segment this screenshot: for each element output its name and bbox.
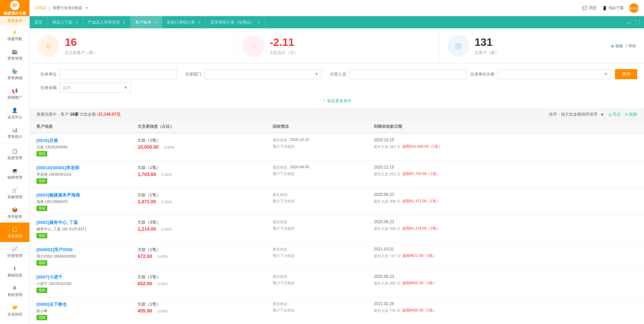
overdue-link-2[interactable]: 超期¥1,471.00（1笔） [402,199,440,204]
sidebar-item-marketing[interactable]: 📢 营销推广 [0,84,29,104]
customer-info-3: [0002]服务中心_丁磊 服务中心_丁磊 181 0125 8371 现销 [36,219,138,238]
table-row: [0002]服务中心_丁磊 服务中心_丁磊 181 0125 8371 现销 欠… [30,215,644,243]
department-select[interactable]: ▼ [204,69,322,79]
search-button[interactable]: 查询 [615,69,637,79]
sort-caret-icon: ▼ [600,112,604,117]
table-area: 客户信息 欠交易信息（占比） 回收情况 到期未收款日期 [0016]吕俊 吕俊 … [30,120,644,324]
message-btn[interactable]: 💬 消息 [582,5,597,11]
department-label: 分管部门 [181,71,201,77]
video-btn[interactable]: ▶ 视频 [612,43,623,49]
overdue-link-3[interactable]: 超期¥1,214.00（3笔） [402,226,440,231]
basic-info-icon: ℹ [11,265,18,272]
customer-name-1[interactable]: [00010200001]李老师 [36,165,138,171]
refresh-btn[interactable]: ↻ 刷新 [625,112,637,117]
help-icon: ? [625,44,627,48]
overdue-link-4[interactable]: 超期¥672.00（1笔） [402,253,437,258]
debt-amount-0: 10,000.00 [138,144,159,150]
dropdown-arrow[interactable]: ▼ [85,6,88,10]
filter-department: 分管部门 ▼ [181,69,322,79]
customer-name-2[interactable]: [0003]畅捷服务尹海燕 [36,192,138,198]
overdue-link-0[interactable]: 超期¥10,000.00（1笔） [402,144,442,149]
sidebar-item-retail-stats[interactable]: 📊 零售统计 [0,123,29,143]
filter-row-2: 往来余额 选择... ▼ [36,83,637,93]
customer-name-3[interactable]: [0002]服务中心_丁磊 [36,219,138,226]
manager-label: 分管人员 [326,71,346,77]
inventory-icon: 📦 [11,206,18,213]
recovery-info-3: 最近收款 预计下次收款 [273,219,374,231]
tab-close-products-offline[interactable]: ✕ [75,21,78,24]
video-icon: ▶ [612,44,614,48]
app-download-btn[interactable]: 📱 App下载 [602,5,624,11]
tab-purchase-order[interactable]: 采购订单统计表 ✕ [162,16,205,28]
sidebar-item-capital[interactable]: 💰 资金管理 [0,223,29,242]
marketing-icon: 📢 [11,87,18,94]
sidebar-item-system[interactable]: ⚙ 系统管理 [0,281,29,301]
breadcrumb-home[interactable]: 示范店 [35,5,46,10]
user-avatar[interactable]: demo2 [629,3,639,13]
stat-card-actions: ▶ 视频 ? 帮助 [612,43,636,49]
sidebar-item-newbie[interactable]: 🎯 新手引导 [0,320,29,324]
tab-minimize-btn[interactable]: — [625,18,633,26]
manager-input[interactable]: ··· [349,69,467,79]
collapse-btn[interactable]: ⌃ 收起更多条件 [36,96,637,106]
col-customer-info: 客户信息 [36,124,138,129]
customer-info-6: [0006]去下粮仓 陈小希 现销 [36,301,138,320]
table-row: [0016]吕俊 吕俊 13026203696 现销 欠款（1笔） 10,000… [30,134,644,161]
sidebar-item-batch-mgmt[interactable]: 📋 批发管理 [0,144,29,164]
purchase-icon: 🛒 [11,187,18,194]
debt-percent-0: 0.00% [164,145,174,149]
customer-tag-2: 现销 [36,206,47,211]
results-info: 搜索结果中，客户 16家 欠款金额 -21,148.07元 [36,112,120,117]
tab-bar: 首页 商品上下架 ✕ 产成品入库单历史 ✕ 客户账本 ✕ 采购订单统计表 ✕ 进… [30,16,644,28]
total-arrears-value: -2.11 [270,36,431,49]
filter-from-unit: 往来单位 ··· [36,69,177,79]
sidebar-item-retail-mall[interactable]: 🏪 零售商城 [0,64,29,84]
sort-select[interactable]: 排序：按欠款金额倒序排序 ▼ [549,112,604,117]
overdue-link-6[interactable]: 超期¥455.90（1笔） [402,308,437,313]
tab-close-purchase-stats[interactable]: ✕ [257,21,260,24]
balance-caret: ▼ [124,85,128,90]
sidebar-item-basic-info[interactable]: ℹ 基础信息 [0,262,29,281]
sidebar-item-member[interactable]: 👤 会员中心 [0,104,29,123]
overdue-link-1[interactable]: 超期¥1,703.68（1笔） [402,171,440,176]
help-btn[interactable]: ? 帮助 [625,43,636,49]
tab-purchase-stats[interactable]: 进货单统计表（按商品） ✕ [205,16,265,28]
debt-info-1: 欠款（1笔） 1,703.68 0.00% [138,165,273,177]
unit-category-select[interactable]: ▼ [497,69,611,79]
tab-maximize-btn[interactable]: ⛶ [634,18,641,26]
search-menu[interactable]: 搜索菜单 [0,16,29,25]
arrears-customers-icon: ¥ [38,35,59,57]
customer-name-5[interactable]: [0007]小进干 [36,274,138,280]
tab-close-customer-account[interactable]: ✕ [154,21,157,24]
customer-info-0: [0016]吕俊 吕俊 13026203696 现销 [36,138,138,156]
from-unit-input[interactable]: ··· [59,69,177,79]
customer-info-1: [00010200001]李老师 李老师 18600391516 现销 [36,165,138,184]
tab-customer-account[interactable]: 客户账本 ✕ [131,16,162,28]
customer-name-0[interactable]: [0016]吕俊 [36,138,138,144]
sidebar: 好 畅捷通好生意 搜索菜单 ⚡ 快捷导航 🏬 零售管理 🏪 零售商城 📢 [0,0,30,324]
sidebar-item-ecommerce[interactable]: 💻 电商管理 [0,164,29,183]
tab-products-offline[interactable]: 商品上下架 ✕ [48,16,83,28]
tab-production-history[interactable]: 产成品入库单历史 ✕ [83,16,131,28]
header-actions: 💬 消息 📱 App下载 demo2 [582,3,639,13]
customer-name-4[interactable]: [000002]用户2050 [36,247,138,253]
chevron-up-icon: ⌃ [323,99,326,104]
sidebar-item-quick-nav[interactable]: ⚡ 快捷导航 [0,25,29,45]
sidebar-item-inventory[interactable]: 📦 库存核算 [0,203,29,223]
overdue-info-4: 2021.03.01 最长欠款 747 天 超期¥672.00（1笔） [374,247,637,259]
customer-name-6[interactable]: [0006]去下粮仓 [36,301,138,307]
recovery-info-0: 最近收款 2020-10-15 预计下次收款 [273,138,374,149]
sidebar-item-operations[interactable]: 📈 经营管理 [0,242,29,262]
table-row: [000002]用户2050 用户2050 18665062050 现销 欠款（… [30,243,644,270]
tab-home[interactable]: 首页 [30,16,48,28]
sidebar-item-retail-mgmt[interactable]: 🏬 零售管理 [0,45,29,64]
tab-close-production-history[interactable]: ✕ [123,21,125,24]
sidebar-item-enterprise[interactable]: 🤝 企业协同 [0,301,29,320]
member-icon: 👤 [11,107,18,114]
overdue-link-5[interactable]: 超期¥652.00（1笔） [402,281,437,286]
sidebar-item-purchase[interactable]: 🛒 采购管理 [0,183,29,203]
balance-select[interactable]: 选择... ▼ [59,83,131,93]
tab-close-purchase-order[interactable]: ✕ [198,21,200,24]
filter-manager: 分管人员 ··· [326,69,467,79]
export-btn[interactable]: ◎ 导出 [608,112,621,117]
